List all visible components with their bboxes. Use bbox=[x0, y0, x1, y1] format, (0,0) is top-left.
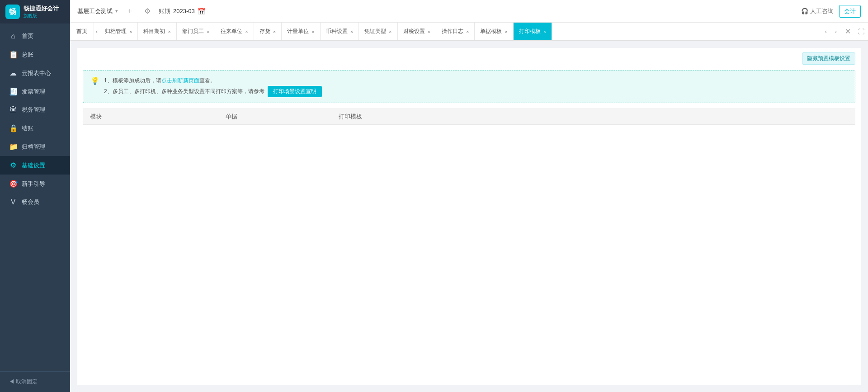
topbar-company[interactable]: 基层工会测试 ▾ bbox=[77, 7, 118, 15]
hide-template-button[interactable]: 隐藏预置模板设置 bbox=[802, 52, 855, 65]
sidebar-item-guide[interactable]: 🎯 新手引导 bbox=[0, 175, 70, 193]
tab-label: 科目期初 bbox=[143, 28, 165, 35]
tab-close-icon[interactable]: × bbox=[350, 29, 353, 34]
sidebar-footer-unpin[interactable]: ◀ 取消固定 bbox=[0, 371, 70, 392]
info-box: 💡 1、模板添加成功后，请点击刷新新页面查看。 2、多员工、多打印机、多种业务类… bbox=[83, 70, 855, 103]
tab-label: 操作日志 bbox=[442, 28, 463, 35]
tab-操作日志[interactable]: 操作日志× bbox=[436, 23, 475, 41]
table-col-document: 单据 bbox=[218, 113, 331, 121]
sidebar-label-member: 畅会员 bbox=[22, 198, 39, 206]
sidebar-item-reports[interactable]: ☁ 云报表中心 bbox=[0, 64, 70, 82]
info-line1-suffix: 查看。 bbox=[199, 77, 216, 84]
sidebar-label-archive: 归档管理 bbox=[22, 143, 45, 151]
calendar-icon[interactable]: 📅 bbox=[198, 8, 205, 15]
sidebar-icon-settings: ⚙ bbox=[9, 161, 17, 170]
tab-close-icon[interactable]: × bbox=[505, 29, 507, 34]
logo-icon: 畅 bbox=[5, 5, 20, 19]
info-line-1: 1、模板添加成功后，请点击刷新新页面查看。 bbox=[104, 76, 848, 86]
tab-close-icon[interactable]: × bbox=[389, 29, 392, 34]
tab-close-icon[interactable]: × bbox=[245, 29, 248, 34]
sidebar-icon-archive: 📁 bbox=[9, 142, 17, 151]
sidebar-icon-invoice: 🧾 bbox=[9, 87, 17, 96]
sidebar: 畅 畅捷通好会计 旗舰版 ⌂ 首页 📋 总账 ☁ 云报表中心 🧾 发票管理 🏛 … bbox=[0, 0, 70, 392]
tab-nav-right[interactable]: › bbox=[831, 23, 841, 41]
add-company-icon[interactable]: ＋ bbox=[123, 5, 136, 17]
sidebar-icon-ledger: 📋 bbox=[9, 50, 17, 59]
tab-打印模板[interactable]: 打印模板× bbox=[514, 23, 552, 41]
sidebar-nav: ⌂ 首页 📋 总账 ☁ 云报表中心 🧾 发票管理 🏛 税务管理 🔒 结账 📁 归… bbox=[0, 24, 70, 371]
tab-close-all-icon[interactable]: ✕ bbox=[841, 23, 854, 41]
sidebar-label-close: 结账 bbox=[22, 124, 33, 132]
tab-close-icon[interactable]: × bbox=[543, 29, 546, 34]
sidebar-label-tax: 税务管理 bbox=[22, 106, 45, 114]
print-scene-button[interactable]: 打印场景设置宣明 bbox=[268, 86, 322, 97]
tab-币种设置[interactable]: 币种设置× bbox=[321, 23, 359, 41]
tab-部门员工[interactable]: 部门员工× bbox=[177, 23, 215, 41]
info-refresh-link[interactable]: 点击刷新新页面 bbox=[161, 77, 199, 84]
hide-template-section: 隐藏预置模板设置 bbox=[77, 48, 861, 66]
sidebar-item-close[interactable]: 🔒 结账 bbox=[0, 119, 70, 137]
tab-label: 存货 bbox=[259, 28, 270, 35]
sidebar-icon-tax: 🏛 bbox=[9, 106, 17, 114]
support-label: 人工咨询 bbox=[810, 7, 834, 15]
sidebar-item-invoice[interactable]: 🧾 发票管理 bbox=[0, 82, 70, 101]
sidebar-icon-home: ⌂ bbox=[9, 32, 17, 40]
sidebar-item-ledger[interactable]: 📋 总账 bbox=[0, 45, 70, 64]
logo-subtitle: 旗舰版 bbox=[24, 13, 59, 19]
bulb-icon: 💡 bbox=[90, 76, 99, 97]
period-label: 账期 bbox=[159, 7, 170, 15]
tab-close-icon[interactable]: × bbox=[311, 29, 314, 34]
tab-存货[interactable]: 存货× bbox=[254, 23, 282, 41]
tab-label: 归档管理 bbox=[105, 28, 127, 35]
tab-label: 财税设置 bbox=[403, 28, 425, 35]
tab-close-icon[interactable]: × bbox=[129, 29, 132, 34]
sidebar-item-member[interactable]: V 畅会员 bbox=[0, 193, 70, 211]
tab-label: 打印模板 bbox=[519, 28, 541, 35]
tab-close-icon[interactable]: × bbox=[273, 29, 276, 34]
topbar-support[interactable]: 🎧 人工咨询 bbox=[801, 7, 834, 15]
tab-label: 单据模板 bbox=[480, 28, 502, 35]
company-chevron-icon: ▾ bbox=[115, 8, 118, 14]
topbar-period: 账期 2023-03 📅 bbox=[159, 7, 205, 15]
tab-expand-icon[interactable]: ⛶ bbox=[854, 23, 868, 41]
tab-label: 计量单位 bbox=[287, 28, 309, 35]
sidebar-item-archive[interactable]: 📁 归档管理 bbox=[0, 137, 70, 156]
table-header: 模块 单据 打印模板 bbox=[83, 109, 855, 125]
info-line-2: 2、多员工、多打印机、多种业务类型设置不同打印方案等，请参考 打印场景设置宣明 bbox=[104, 86, 848, 97]
main-area: 基层工会测试 ▾ ＋ ⚙ 账期 2023-03 📅 🎧 人工咨询 会计 首页 ‹… bbox=[70, 0, 868, 392]
sidebar-label-reports: 云报表中心 bbox=[22, 69, 51, 77]
tab-close-icon[interactable]: × bbox=[428, 29, 430, 34]
tab-breadcrumb-sep: ‹ bbox=[94, 28, 99, 35]
settings-gear-icon[interactable]: ⚙ bbox=[142, 6, 153, 16]
tab-财税设置[interactable]: 财税设置× bbox=[398, 23, 436, 41]
tab-label: 往来单位 bbox=[221, 28, 242, 35]
sidebar-label-guide: 新手引导 bbox=[22, 180, 45, 188]
sidebar-icon-reports: ☁ bbox=[9, 69, 17, 77]
tab-close-icon[interactable]: × bbox=[168, 29, 170, 34]
headset-icon: 🎧 bbox=[801, 8, 808, 14]
sidebar-item-settings[interactable]: ⚙ 基础设置 bbox=[0, 156, 70, 175]
tab-nav-left[interactable]: ‹ bbox=[821, 23, 831, 41]
info-line2-prefix: 2、多员工、多打印机、多种业务类型设置不同打印方案等，请参考 bbox=[104, 88, 264, 94]
tab-往来单位[interactable]: 往来单位× bbox=[215, 23, 254, 41]
table-col-module: 模块 bbox=[83, 113, 218, 121]
period-value: 2023-03 bbox=[173, 8, 195, 14]
tab-close-icon[interactable]: × bbox=[466, 29, 469, 34]
info-text-block: 1、模板添加成功后，请点击刷新新页面查看。 2、多员工、多打印机、多种业务类型设… bbox=[104, 76, 848, 97]
tab-close-icon[interactable]: × bbox=[207, 29, 209, 34]
sidebar-label-home: 首页 bbox=[22, 32, 33, 40]
company-name: 基层工会测试 bbox=[77, 7, 113, 15]
sidebar-item-home[interactable]: ⌂ 首页 bbox=[0, 27, 70, 45]
tab-科目期初[interactable]: 科目期初× bbox=[138, 23, 176, 41]
table-col-template: 打印模板 bbox=[331, 113, 855, 121]
sidebar-icon-member: V bbox=[9, 198, 17, 206]
tab-单据模板[interactable]: 单据模板× bbox=[475, 23, 513, 41]
tab-归档管理[interactable]: 归档管理× bbox=[99, 23, 138, 41]
kuaiji-button[interactable]: 会计 bbox=[839, 5, 861, 18]
tab-home[interactable]: 首页 bbox=[70, 23, 94, 41]
tab-凭证类型[interactable]: 凭证类型× bbox=[359, 23, 397, 41]
logo-text: 畅捷通好会计 旗舰版 bbox=[24, 5, 59, 19]
tab-计量单位[interactable]: 计量单位× bbox=[282, 23, 320, 41]
sidebar-item-tax[interactable]: 🏛 税务管理 bbox=[0, 101, 70, 119]
tab-label: 凭证类型 bbox=[364, 28, 386, 35]
